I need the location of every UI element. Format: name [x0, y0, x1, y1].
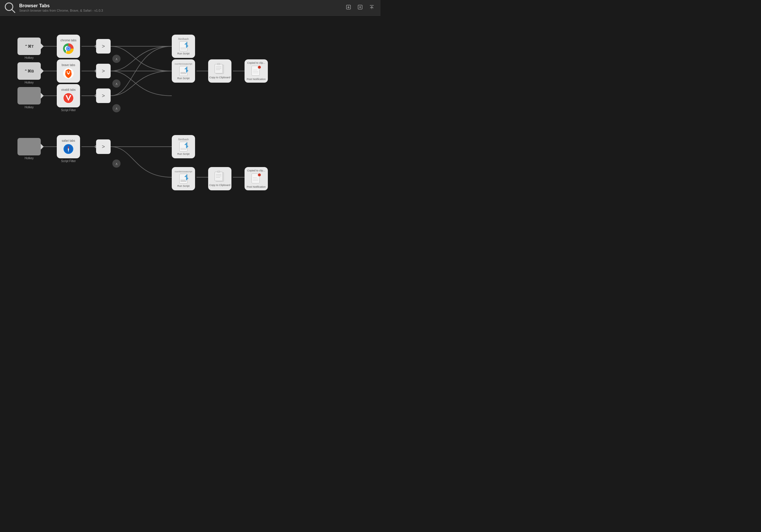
svg-point-15: [112, 80, 121, 87]
safari-icon: [63, 143, 74, 155]
filter-brave-symbol: >: [102, 68, 105, 74]
hotkey-chrome-box[interactable]: ⌃⌘T: [18, 37, 41, 55]
hotkey-brave[interactable]: ⌃⌘B Hotkey: [18, 62, 41, 84]
script-filter-brave-box[interactable]: brave tabs: [57, 59, 80, 83]
script-icon-2: [178, 66, 188, 76]
filter-vivaldi[interactable]: >: [96, 88, 111, 103]
run-script-osascript-box[interactable]: /usr/bin/osascript Run Script: [172, 59, 195, 83]
filter-vivaldi-box[interactable]: >: [96, 88, 111, 103]
filter-brave[interactable]: >: [96, 64, 111, 78]
hotkey-safari-label: Hotkey: [25, 157, 33, 160]
run-script-bash-4-label: Run Script: [177, 152, 190, 155]
script-filter-safari[interactable]: safari tabs Script Filter: [57, 135, 80, 163]
filter-safari[interactable]: >: [96, 139, 111, 154]
svg-point-42: [68, 148, 69, 150]
svg-line-1: [12, 9, 15, 13]
run-script-osascript-4-label: Run Script: [177, 185, 190, 187]
app-subtitle: Search browser tabs from Chrome, Brave, …: [19, 9, 103, 13]
clipboard-4[interactable]: Copy to Clipboard: [208, 167, 231, 190]
run-script-bash-4-box[interactable]: /bin/bash Run Script: [172, 135, 195, 158]
run-script-bash-1[interactable]: /bin/bash Run Script: [172, 35, 195, 59]
hotkey-vivaldi-label: Hotkey: [25, 106, 33, 109]
svg-point-17: [112, 104, 121, 112]
app-icon: [5, 2, 16, 13]
hotkey-brave-label: Hotkey: [25, 81, 33, 84]
svg-text:∧: ∧: [115, 107, 118, 111]
run-script-bash-1-label: Run Script: [177, 52, 190, 55]
hotkey-chrome-keys: ⌃⌘T: [25, 44, 34, 49]
workflow-canvas: ∧ ∧ ∧ ∧ ⌃⌘T Hotkey: [0, 16, 380, 266]
svg-text:∧: ∧: [115, 162, 118, 166]
filter-brave-box[interactable]: >: [96, 64, 111, 78]
script-filter-chrome[interactable]: chrome tabs Script Filter: [57, 35, 80, 63]
notification-4[interactable]: Copied to clip... Post Notification: [245, 167, 268, 190]
add-button[interactable]: [356, 3, 364, 13]
app-title: Browser Tabs: [19, 3, 103, 8]
notification-icon-4: [250, 173, 262, 185]
filter-vivaldi-symbol: >: [102, 93, 105, 99]
clipboard-1-label: Copy to Clipboard: [209, 76, 230, 79]
script-icon-5: [178, 174, 188, 184]
svg-point-13: [112, 55, 121, 63]
script-filter-safari-box[interactable]: safari tabs: [57, 135, 80, 158]
filter-safari-symbol: >: [102, 144, 105, 150]
svg-point-34: [69, 71, 71, 73]
script-filter-vivaldi[interactable]: vivaldi tabs Script Filter: [57, 84, 80, 112]
script-icon-1: [178, 41, 188, 51]
run-script-osascript-label: Run Script: [177, 77, 190, 80]
svg-text:∧: ∧: [115, 57, 118, 61]
chrome-icon: [63, 43, 74, 54]
run-script-bash-1-box[interactable]: /bin/bash Run Script: [172, 35, 195, 58]
clipboard-4-box[interactable]: Copy to Clipboard: [208, 167, 231, 190]
script-filter-vivaldi-sublabel: Script Filter: [61, 109, 76, 112]
run-script-bash-1-path: /bin/bash: [178, 37, 189, 40]
filter-safari-box[interactable]: >: [96, 139, 111, 154]
script-filter-safari-sublabel: Script Filter: [61, 159, 76, 163]
notification-icon-1: [250, 65, 262, 77]
notification-1-label: Post Notification: [247, 78, 265, 80]
filter-chrome-symbol: >: [102, 43, 105, 49]
hotkey-brave-keys: ⌃⌘B: [24, 69, 34, 73]
filter-chrome[interactable]: >: [96, 39, 111, 54]
clipboard-icon-1: [214, 64, 226, 75]
run-script-osascript-4-path: /usr/bin/osascript: [175, 170, 192, 173]
clipboard-1[interactable]: Copy to Clipboard: [208, 59, 231, 83]
filter-chrome-box[interactable]: >: [96, 39, 111, 54]
notification-4-label: Post Notification: [247, 186, 265, 188]
script-filter-vivaldi-box[interactable]: vivaldi tabs: [57, 84, 80, 107]
export-button[interactable]: [368, 3, 376, 13]
clipboard-4-label: Copy to Clipboard: [209, 184, 230, 186]
notification-1-title: Copied to clip...: [247, 61, 265, 64]
notification-4-title: Copied to clip...: [247, 169, 265, 172]
clipboard-1-box[interactable]: Copy to Clipboard: [208, 59, 231, 83]
run-script-bash-4-path: /bin/bash: [178, 138, 189, 141]
brave-icon: [63, 68, 74, 79]
vivaldi-icon: [63, 92, 74, 104]
hotkey-safari-box[interactable]: [18, 138, 41, 155]
script-filter-chrome-name: chrome tabs: [60, 39, 76, 42]
svg-point-36: [63, 93, 73, 103]
import-button[interactable]: [344, 3, 353, 13]
notification-4-box[interactable]: Copied to clip... Post Notification: [245, 167, 268, 190]
hotkey-brave-box[interactable]: ⌃⌘B: [18, 62, 41, 80]
run-script-bash-4[interactable]: /bin/bash Run Script: [172, 135, 195, 158]
notification-1-box[interactable]: Copied to clip... Post Notification: [245, 59, 268, 83]
notification-1[interactable]: Copied to clip... Post Notification: [245, 59, 268, 83]
run-script-osascript[interactable]: /usr/bin/osascript Run Script: [172, 59, 195, 83]
script-filter-brave-name: brave tabs: [62, 64, 75, 67]
header: Browser Tabs Search browser tabs from Ch…: [0, 0, 380, 16]
run-script-osascript-4-box[interactable]: /usr/bin/osascript Run Script: [172, 167, 195, 190]
hotkey-vivaldi-box[interactable]: [18, 87, 41, 104]
script-filter-vivaldi-name: vivaldi tabs: [61, 88, 75, 91]
run-script-osascript-path: /usr/bin/osascript: [175, 63, 192, 65]
script-filter-brave[interactable]: brave tabs Script Filter: [57, 59, 80, 87]
svg-point-33: [67, 71, 68, 73]
svg-text:∧: ∧: [115, 82, 118, 86]
hotkey-vivaldi[interactable]: Hotkey: [18, 87, 41, 109]
hotkey-safari[interactable]: Hotkey: [18, 138, 41, 160]
svg-point-31: [67, 47, 70, 50]
script-filter-chrome-box[interactable]: chrome tabs: [57, 35, 80, 58]
svg-point-24: [112, 159, 121, 168]
hotkey-chrome[interactable]: ⌃⌘T Hotkey: [18, 37, 41, 60]
run-script-osascript-4[interactable]: /usr/bin/osascript Run Script: [172, 167, 195, 190]
